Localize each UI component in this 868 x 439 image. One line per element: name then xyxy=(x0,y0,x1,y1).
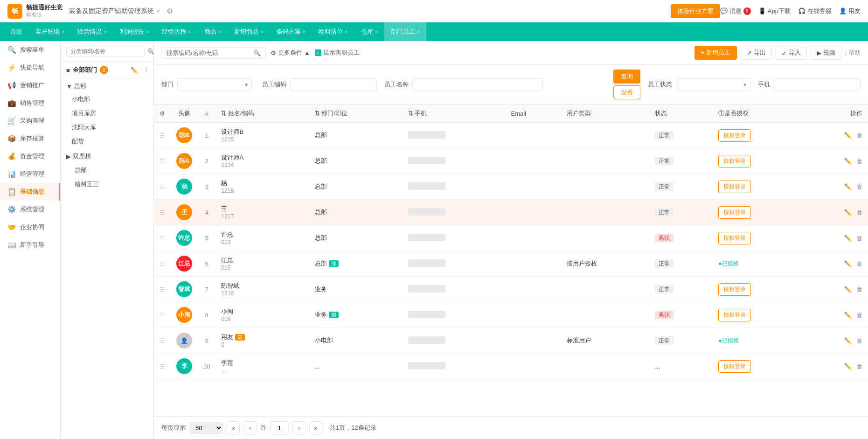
delete-button[interactable]: 🗑 xyxy=(856,363,862,370)
auth-button[interactable]: 授权登录 xyxy=(718,232,751,244)
row-settings[interactable]: ☰ xyxy=(154,302,171,328)
tab-close-icon[interactable]: × xyxy=(345,29,347,35)
export-button[interactable]: ↗ 导出 xyxy=(741,46,772,60)
help-button[interactable]: | 帮助 xyxy=(845,49,861,57)
page-size-select[interactable]: 50 20 100 xyxy=(189,422,223,434)
total-dept-node[interactable]: ▼ 总部 xyxy=(61,78,153,92)
zongbu-dept-node[interactable]: 总部 xyxy=(61,162,153,176)
settings-button[interactable]: 设置 xyxy=(613,85,640,99)
sidebar-item-快捷导航[interactable]: ⚡快捷导航 xyxy=(0,59,60,77)
show-resigned-toggle[interactable]: ✓ 显示离职员工 xyxy=(315,49,360,57)
tab-close-icon[interactable]: × xyxy=(104,29,106,35)
edit-button[interactable]: ✏️ xyxy=(844,286,852,293)
tab-close-icon[interactable]: × xyxy=(303,29,306,35)
tab-close-icon[interactable]: × xyxy=(260,29,263,35)
nav-tab-经营情况[interactable]: 经营情况 × xyxy=(71,22,113,41)
tab-close-icon[interactable]: × xyxy=(62,29,64,35)
nav-tab-首页[interactable]: 首页 xyxy=(4,22,29,41)
edit-dept-icon[interactable]: ✏️ xyxy=(131,67,138,74)
dept-child-shenyangdaku[interactable]: 沈阳大库 xyxy=(72,120,153,134)
col-settings[interactable]: ⚙ xyxy=(154,105,171,123)
shuanglu-dept-node[interactable]: ▶ 双鹿想 xyxy=(61,148,153,162)
user-button[interactable]: 👤 用友 xyxy=(839,7,861,15)
row-settings[interactable]: ☰ xyxy=(154,200,171,225)
prev-page-button[interactable]: ‹ xyxy=(243,421,257,434)
nav-tab-仓库[interactable]: 仓库 × xyxy=(354,22,384,41)
dept-search-input[interactable] xyxy=(66,46,145,57)
employee-name-input[interactable] xyxy=(412,78,543,91)
tab-close-icon[interactable]: × xyxy=(146,29,149,35)
zhishu-dept-node[interactable]: 植树王三 xyxy=(61,176,153,190)
delete-button[interactable]: 🗑 xyxy=(856,286,862,293)
edit-button[interactable]: ✏️ xyxy=(844,235,852,242)
dept-child-peihuo[interactable]: 配货 xyxy=(72,134,153,148)
sidebar-item-基础信息[interactable]: 📋基础信息 xyxy=(0,183,60,201)
edit-button[interactable]: ✏️ xyxy=(844,312,852,319)
online-service-button[interactable]: 🎧 在线客服 xyxy=(798,7,832,15)
last-page-button[interactable]: » xyxy=(309,421,322,434)
auth-button[interactable]: 授权登录 xyxy=(718,206,751,219)
tab-close-icon[interactable]: × xyxy=(375,29,378,35)
nav-tab-新增商品[interactable]: 新增商品 × xyxy=(228,22,270,41)
nav-tab-部门员工[interactable]: 部门员工 × xyxy=(384,22,426,41)
edit-button[interactable]: ✏️ xyxy=(844,363,852,370)
employee-code-input[interactable] xyxy=(290,78,377,91)
delete-button[interactable]: 🗑 xyxy=(856,312,862,319)
auth-button[interactable]: 授权登录 xyxy=(718,129,751,142)
sidebar-item-营销推广[interactable]: 📢营销推广 xyxy=(0,77,60,94)
dept-child-xiangmukufang[interactable]: 项目库房 xyxy=(72,106,153,120)
nav-tab-条码方案[interactable]: 条码方案 × xyxy=(270,22,312,41)
next-page-button[interactable]: › xyxy=(292,421,306,434)
sidebar-item-企业协同[interactable]: 🤝企业协同 xyxy=(0,218,60,236)
first-page-button[interactable]: « xyxy=(227,421,240,434)
col-dept[interactable]: ⇅ 部门/职位 xyxy=(309,105,403,123)
row-settings[interactable]: ☰ xyxy=(154,354,171,379)
row-settings[interactable]: ☰ xyxy=(154,328,171,354)
sidebar-item-系统管理[interactable]: ⚙️系统管理 xyxy=(0,201,60,218)
delete-button[interactable]: 🗑 xyxy=(856,209,862,216)
auth-button[interactable]: 授权登录 xyxy=(718,155,751,167)
edit-button[interactable]: ✏️ xyxy=(844,260,852,267)
delete-button[interactable]: 🗑 xyxy=(856,158,862,165)
view-button[interactable]: ▶ 视频 xyxy=(811,46,841,60)
delete-button[interactable]: 🗑 xyxy=(856,235,862,242)
row-settings[interactable]: ☰ xyxy=(154,123,171,148)
app-download-button[interactable]: 📱 App下载 xyxy=(758,7,791,15)
nav-tab-物料清单[interactable]: 物料清单 × xyxy=(312,22,354,41)
edit-button[interactable]: ✏️ xyxy=(844,337,852,344)
search-icon[interactable]: 🔍 xyxy=(253,49,261,56)
auth-button[interactable]: 授权登录 xyxy=(718,360,751,373)
auth-button[interactable]: 授权登录 xyxy=(718,181,751,193)
import-button[interactable]: ↙ 导入 xyxy=(776,46,807,60)
sidebar-item-新手引导[interactable]: 📖新手引导 xyxy=(0,236,60,254)
message-button[interactable]: 💬 消息 6 xyxy=(720,7,751,15)
nav-tab-商品[interactable]: 商品 × xyxy=(198,22,228,41)
sidebar-item-采购管理[interactable]: 🛒采购管理 xyxy=(0,112,60,130)
nav-tab-经营历程[interactable]: 经营历程 × xyxy=(155,22,197,41)
nav-tab-客户联络[interactable]: 客户联络 × xyxy=(29,22,71,41)
edit-button[interactable]: ✏️ xyxy=(844,158,852,165)
nav-tab-利润报告[interactable]: 利润报告 × xyxy=(113,22,155,41)
col-name[interactable]: ⇅ 姓名/编码 xyxy=(215,105,309,123)
sidebar-item-销售管理[interactable]: 💼销售管理 xyxy=(0,94,60,112)
row-settings[interactable]: ☰ xyxy=(154,225,171,251)
delete-button[interactable]: 🗑 xyxy=(856,183,862,190)
auth-button[interactable]: 授权登录 xyxy=(718,283,751,296)
sidebar-item-库存核算[interactable]: 📦库存核算 xyxy=(0,130,60,147)
sidebar-item-搜索菜单[interactable]: 🔍搜索菜单 xyxy=(0,41,60,59)
edit-button[interactable]: ✏️ xyxy=(844,132,852,139)
search-input[interactable] xyxy=(167,49,250,56)
dept-select[interactable] xyxy=(177,78,252,91)
tab-close-icon[interactable]: × xyxy=(218,29,221,35)
all-dept-node[interactable]: ■ 全部部门 6 ✏️ 《 xyxy=(61,62,153,78)
delete-button[interactable]: 🗑 xyxy=(856,132,862,139)
auth-button[interactable]: 授权登录 xyxy=(718,309,751,321)
trial-button[interactable]: 体验行业方案 xyxy=(671,4,720,18)
more-filter-button[interactable]: ⚙ 更多条件 ▲ xyxy=(271,49,310,57)
add-employee-button[interactable]: + 新增员工 xyxy=(694,46,737,60)
sidebar-item-经营管理[interactable]: 📊经营管理 xyxy=(0,165,60,183)
tab-close-icon[interactable]: × xyxy=(188,29,191,35)
dept-child-xiaodibu[interactable]: 小电部 xyxy=(72,92,153,106)
col-phone[interactable]: ⇅ 手机 xyxy=(403,105,506,123)
dept-search-icon[interactable]: 🔍 xyxy=(147,48,154,55)
